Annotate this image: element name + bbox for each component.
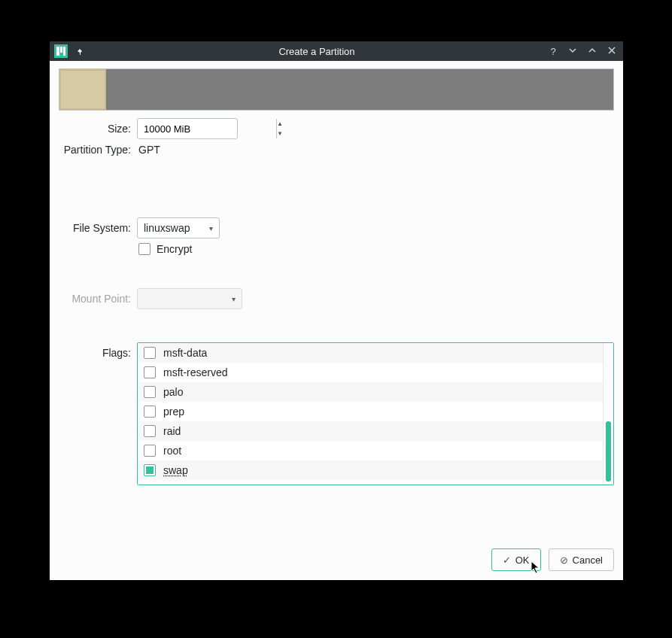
window-title: Create a Partition [93, 46, 540, 57]
flag-row-palo[interactable]: palo [138, 382, 603, 402]
svg-rect-2 [63, 47, 65, 56]
flags-listbox[interactable]: msft-datamsft-reservedpaloprepraidrootsw… [137, 342, 614, 485]
encrypt-checkbox[interactable] [138, 243, 151, 255]
size-input[interactable] [138, 123, 276, 135]
check-icon: ✓ [503, 554, 511, 566]
flag-label: raid [163, 425, 181, 437]
size-label: Size: [59, 123, 131, 135]
flags-label: Flags: [59, 342, 131, 359]
flag-row-raid[interactable]: raid [138, 421, 603, 441]
flag-label: msft-data [163, 347, 207, 359]
ok-button[interactable]: ✓ OK [491, 548, 541, 571]
pin-icon[interactable] [74, 46, 87, 57]
partition-type-value: GPT [137, 144, 614, 156]
file-system-value: linuxswap [144, 222, 190, 234]
flag-checkbox-root[interactable] [144, 445, 156, 457]
flags-scrollbar[interactable] [603, 343, 613, 485]
maximize-icon[interactable] [585, 46, 599, 57]
flag-row-msft-data[interactable]: msft-data [138, 343, 603, 363]
partition-type-label: Partition Type: [59, 144, 131, 156]
partition-preview-bar [59, 68, 614, 111]
close-icon[interactable] [605, 46, 619, 57]
mount-point-label: Mount Point: [59, 293, 131, 305]
create-partition-dialog: Create a Partition ? Size: ▲ ▼ [50, 41, 623, 580]
flag-label: root [163, 445, 181, 457]
size-spinbox[interactable]: ▲ ▼ [137, 118, 238, 139]
svg-rect-1 [60, 47, 62, 53]
chevron-down-icon: ▾ [209, 224, 213, 232]
flag-checkbox-raid[interactable] [144, 425, 156, 437]
flag-label: palo [163, 386, 183, 398]
cancel-button[interactable]: ⊘ Cancel [549, 548, 614, 571]
flag-row-swap[interactable]: swap [138, 460, 603, 480]
flag-label: prep [163, 406, 184, 418]
help-icon[interactable]: ? [546, 46, 560, 57]
svg-rect-0 [56, 47, 59, 56]
ok-button-label: OK [515, 554, 530, 566]
partition-preview-used [59, 69, 106, 110]
size-step-up[interactable]: ▲ [277, 119, 283, 129]
file-system-combo[interactable]: linuxswap ▾ [137, 217, 220, 238]
cancel-icon: ⊘ [560, 554, 568, 566]
flag-row-root[interactable]: root [138, 441, 603, 460]
size-step-down[interactable]: ▼ [277, 129, 283, 138]
flag-checkbox-prep[interactable] [144, 406, 156, 418]
encrypt-label: Encrypt [157, 243, 192, 255]
app-logo-icon [54, 44, 68, 58]
flag-checkbox-msft-data[interactable] [144, 347, 156, 359]
flag-label: swap [163, 464, 188, 476]
titlebar: Create a Partition ? [50, 41, 623, 61]
chevron-down-icon: ▾ [232, 295, 236, 303]
flag-checkbox-palo[interactable] [144, 386, 156, 398]
flag-row-prep[interactable]: prep [138, 402, 603, 421]
file-system-label: File System: [59, 222, 131, 234]
flag-label: msft-reserved [163, 366, 228, 378]
cancel-button-label: Cancel [573, 554, 603, 566]
flag-row-msft-reserved[interactable]: msft-reserved [138, 363, 603, 382]
mount-point-combo: ▾ [137, 288, 242, 309]
flag-checkbox-msft-reserved[interactable] [144, 366, 156, 378]
flags-scroll-thumb[interactable] [606, 421, 611, 482]
minimize-icon[interactable] [566, 46, 579, 57]
flag-checkbox-swap[interactable] [144, 464, 156, 476]
